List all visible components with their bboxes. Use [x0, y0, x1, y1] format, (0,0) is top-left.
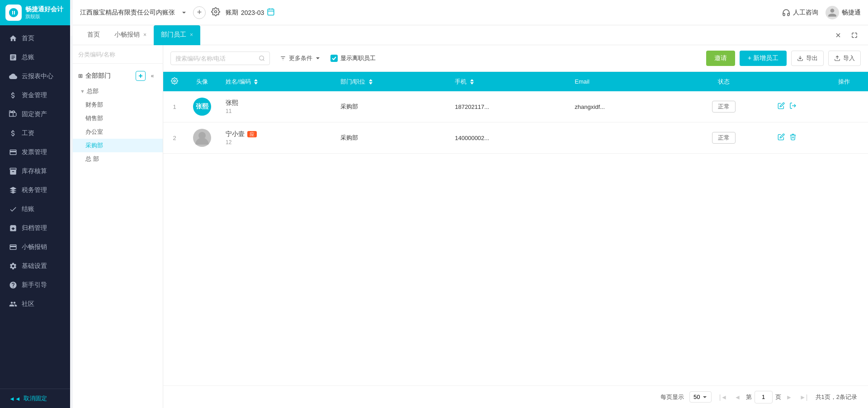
import-btn[interactable]: 导入	[828, 51, 861, 66]
employee-data-table: 头像 姓名/编码 部门/职位	[163, 72, 868, 154]
invite-btn[interactable]: 邀请	[706, 51, 735, 66]
col-settings[interactable]	[163, 72, 186, 91]
sidebar-item-label: 税务管理	[22, 186, 47, 194]
service-btn[interactable]: 人工咨询	[782, 9, 818, 17]
unpin-label: 取消固定	[24, 394, 47, 403]
page-last-btn[interactable]: ►|	[797, 391, 810, 403]
company-dropdown-btn[interactable]	[180, 9, 188, 16]
service-label: 人工咨询	[793, 9, 818, 17]
sidebar-item-archive[interactable]: 归档管理	[0, 219, 70, 238]
add-employee-btn[interactable]: + 新增员工	[740, 51, 787, 66]
calendar-icon[interactable]	[267, 8, 275, 17]
user-menu[interactable]: 畅捷通	[826, 6, 861, 19]
logo-sub: 旗舰版	[25, 13, 63, 20]
dept-all-label: 全部部门	[85, 72, 111, 80]
sidebar-item-home[interactable]: 首页	[0, 29, 70, 48]
dept-node-caiwu[interactable]: 财务部	[73, 98, 163, 112]
sort-name-icon	[254, 79, 258, 84]
svg-line-10	[263, 60, 264, 61]
export-label: 导出	[806, 54, 818, 62]
employee-search-icon	[259, 55, 265, 62]
row-index: 2	[163, 122, 186, 154]
tab-expense-close[interactable]: ×	[143, 32, 146, 38]
dept-collapse-btn[interactable]: «	[147, 71, 157, 81]
expense-icon	[9, 243, 17, 251]
employee-name: 张熙	[226, 99, 326, 107]
tab-department-label: 部门员工	[161, 31, 186, 39]
row-status: 正常	[677, 122, 770, 154]
sidebar-item-community[interactable]: 社区	[0, 295, 70, 314]
dept-node-caigou[interactable]: 采购部	[73, 139, 163, 152]
dept-node-bangongshi[interactable]: 办公室	[73, 125, 163, 139]
sidebar-item-guide[interactable]: 新手引导	[0, 276, 70, 295]
logout-btn[interactable]	[789, 102, 797, 111]
page-prev-btn[interactable]: ◄	[731, 391, 744, 403]
sidebar-item-asset[interactable]: 固定资产	[0, 105, 70, 124]
sidebar-item-cloud-report[interactable]: 云报表中心	[0, 67, 70, 86]
edit-btn[interactable]	[778, 102, 785, 111]
edit-btn[interactable]	[778, 133, 785, 142]
tab-expense[interactable]: 小畅报销 ×	[107, 25, 154, 45]
dept-add-btn[interactable]	[136, 71, 146, 81]
tab-close-all-btn[interactable]	[832, 29, 844, 42]
sidebar-item-fund[interactable]: 资金管理	[0, 86, 70, 105]
delete-btn[interactable]	[789, 133, 797, 142]
sidebar-item-label: 社区	[22, 300, 34, 308]
sidebar-item-label: 云报表中心	[22, 72, 53, 80]
add-company-btn[interactable]: +	[193, 6, 206, 19]
sidebar-scrollbar[interactable]	[70, 0, 73, 408]
sidebar-footer-unpin[interactable]: ◄◄ 取消固定	[0, 389, 70, 408]
col-dept[interactable]: 部门/职位	[333, 72, 448, 91]
page-first-btn[interactable]: |◄	[717, 391, 730, 403]
sidebar-item-tax[interactable]: 税务管理	[0, 181, 70, 200]
col-actions: 操作	[770, 72, 868, 91]
dept-all-root[interactable]: ⊞ 全部部门 «	[73, 67, 163, 84]
dept-search-input[interactable]	[78, 51, 154, 58]
tab-department[interactable]: 部门员工 ×	[154, 25, 200, 45]
show-resigned-toggle[interactable]: 显示离职员工	[330, 54, 376, 62]
row-avatar: 张熙	[186, 91, 218, 122]
row-status: 正常	[677, 91, 770, 122]
row-dept: 采购部	[333, 91, 448, 122]
sidebar-item-label: 发票管理	[22, 148, 47, 156]
logo-name: 畅捷通好会计	[25, 5, 63, 13]
sidebar-item-settings[interactable]: 基础设置	[0, 257, 70, 276]
row-avatar	[186, 122, 218, 154]
export-btn[interactable]: 导出	[791, 51, 824, 66]
page-next-btn[interactable]: ►	[783, 391, 796, 403]
sidebar-item-inventory[interactable]: 库存核算	[0, 162, 70, 181]
tab-home[interactable]: 首页	[80, 25, 107, 45]
settings-btn[interactable]	[211, 7, 220, 18]
dept-header-actions: «	[136, 71, 157, 81]
tab-expand-btn[interactable]	[848, 29, 861, 42]
sidebar-item-invoice[interactable]: 发票管理	[0, 143, 70, 162]
svg-point-16	[174, 80, 175, 82]
sidebar-item-expense[interactable]: 小畅报销	[0, 238, 70, 257]
employee-code: 12	[226, 139, 326, 145]
sidebar-item-label: 归档管理	[22, 224, 47, 232]
sidebar-item-salary[interactable]: 工资	[0, 124, 70, 143]
unpin-icon: ◄◄	[9, 395, 21, 402]
sidebar-item-ledger[interactable]: 总账	[0, 48, 70, 67]
dept-node-xiaoshou[interactable]: 销售部	[73, 112, 163, 125]
row-index: 1	[163, 91, 186, 122]
page-number-input[interactable]	[755, 391, 773, 403]
import-label: 导入	[843, 54, 855, 62]
dept-expand-icon: ▼	[80, 89, 85, 94]
page-size-select[interactable]: 50	[689, 391, 711, 403]
col-phone[interactable]: 手机	[448, 72, 567, 91]
filter-btn[interactable]: 更多条件	[275, 52, 325, 65]
dept-node-zongbu2[interactable]: 总 部	[73, 152, 163, 166]
employee-table: 头像 姓名/编码 部门/职位	[163, 72, 868, 385]
employee-search-input[interactable]	[175, 55, 256, 62]
sidebar-item-checkout[interactable]: 结账	[0, 200, 70, 219]
tab-department-close[interactable]: ×	[190, 32, 193, 38]
header-right: 人工咨询 畅捷通	[782, 6, 861, 19]
period-display: 账期 2023-03	[226, 8, 275, 17]
invoice-icon	[9, 148, 17, 156]
col-name-code[interactable]: 姓名/编码	[218, 72, 333, 91]
guide-icon	[9, 281, 17, 289]
show-resigned-label: 显示离职员工	[340, 54, 376, 62]
ledger-icon	[9, 53, 17, 61]
dept-node-zongbu[interactable]: ▼ 总部	[73, 84, 163, 98]
